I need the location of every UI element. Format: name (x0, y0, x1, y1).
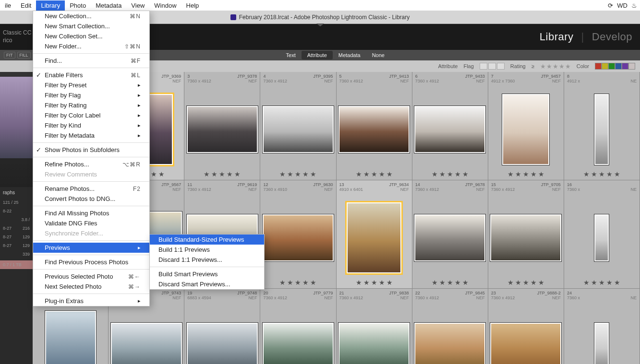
star-icon[interactable]: ★ (287, 170, 293, 178)
thumbnail-cell[interactable]: 20JTP_97797360 x 4912NEF★★★★★ (260, 289, 336, 364)
thumbnail-cell[interactable]: 22JTP_98457360 x 4912NEF★★★★★ (412, 289, 488, 364)
menu-item[interactable]: Previews▸ (33, 243, 149, 253)
star-icon[interactable]: ★ (591, 170, 597, 178)
wdc-icon[interactable]: WD (617, 2, 628, 9)
star-icon[interactable]: ★ (234, 170, 241, 178)
thumbnail-cell[interactable]: 13JTP_96344910 x 6401NEF★★★★★ (337, 180, 412, 289)
menu-item[interactable]: New Collection Set... (33, 31, 149, 41)
thumbnail-image[interactable] (338, 106, 410, 153)
color-swatch[interactable] (595, 63, 602, 70)
submenu-item[interactable]: Build Smart Previews (150, 269, 264, 279)
menu-item[interactable]: Filter by Metadata▸ (33, 130, 149, 141)
thumbnail-image[interactable] (347, 202, 401, 273)
thumbnail-cell[interactable]: 5JTP_94137360 x 4912NEF★★★★★ (337, 72, 412, 180)
filter-tab-none[interactable]: None (366, 51, 390, 59)
star-icon[interactable]: ★ (553, 63, 558, 70)
rating-stars[interactable]: ★ ★ ★ ★ ★ (540, 63, 571, 70)
folder-row[interactable]: 8-27129 (0, 241, 33, 250)
menu-item[interactable]: Find All Missing Photos (33, 208, 149, 218)
cell-rating[interactable]: ★★★★★ (337, 168, 412, 180)
star-icon[interactable]: ★ (356, 279, 362, 286)
thumbnail-cell[interactable]: 23JTP_9888-27360 x 4912NEF★★★★★ (488, 289, 564, 364)
star-icon[interactable]: ★ (386, 279, 393, 286)
star-icon[interactable]: ★ (515, 279, 521, 286)
module-develop[interactable]: Develop (592, 31, 632, 43)
cell-rating[interactable]: ★★★★★ (412, 277, 488, 288)
menubar-item-photo[interactable]: Photo (65, 0, 91, 11)
star-icon[interactable]: ★ (606, 279, 613, 286)
star-icon[interactable]: ★ (279, 279, 286, 286)
thumbnail-cell[interactable]: 15JTP_97057360 x 4912NEF★★★★★ (488, 180, 564, 289)
star-icon[interactable]: ★ (531, 170, 537, 178)
menu-item[interactable]: ✓Show Photos in Subfolders (33, 145, 149, 155)
star-icon[interactable]: ★ (211, 170, 217, 178)
star-icon[interactable]: ★ (371, 170, 377, 178)
cell-rating[interactable]: ★★★★★ (488, 277, 564, 288)
star-icon[interactable]: ★ (538, 170, 544, 178)
navigator-preview[interactable] (0, 72, 33, 187)
star-icon[interactable]: ★ (363, 170, 370, 178)
star-icon[interactable]: ★ (515, 170, 521, 178)
menu-item[interactable]: Convert Photos to DNG... (33, 194, 149, 204)
menu-item[interactable]: Next Selected Photo⌘→ (33, 282, 149, 292)
cell-rating[interactable]: ★★★★★ (337, 277, 412, 288)
menu-item[interactable]: Filter by Color Label▸ (33, 110, 149, 120)
submenu-item[interactable]: Build Standard-Sized Previews (150, 235, 264, 245)
submenu-item[interactable]: Build 1:1 Previews (150, 245, 264, 255)
menu-item[interactable]: Filter by Preset▸ (33, 80, 149, 90)
folder-row[interactable]: 339 (0, 250, 33, 258)
star-icon[interactable]: ★ (295, 279, 301, 286)
star-icon[interactable]: ★ (614, 170, 620, 178)
module-library[interactable]: Library (540, 31, 574, 43)
menubar-item-edit[interactable]: Edit (16, 0, 36, 11)
thumbnail-cell[interactable]: 4JTP_93957360 x 4912NEF★★★★★ (260, 72, 336, 180)
star-icon[interactable]: ★ (219, 170, 225, 178)
folder-row[interactable]: 8-27129 (0, 233, 33, 241)
thumbnail-cell[interactable]: 247360 xNE★★★★★ (564, 289, 640, 364)
star-icon[interactable]: ★ (310, 170, 316, 178)
menu-item[interactable]: Rename Photos...F2 (33, 184, 149, 194)
thumbnail-image[interactable] (594, 94, 609, 165)
star-icon[interactable]: ★ (279, 170, 286, 178)
menu-item[interactable]: Filter by Kind▸ (33, 120, 149, 130)
library-menu-dropdown[interactable]: New Collection...⌘NNew Smart Collection.… (33, 11, 150, 306)
submenu-item[interactable]: Discard 1:1 Previews... (150, 255, 264, 265)
star-icon[interactable]: ★ (371, 279, 377, 286)
star-icon[interactable]: ★ (540, 63, 546, 70)
star-icon[interactable]: ★ (565, 63, 571, 70)
star-icon[interactable]: ★ (227, 170, 233, 178)
thumbnail-image[interactable] (594, 214, 609, 261)
color-swatch[interactable] (602, 63, 608, 70)
thumbnail-image[interactable] (45, 311, 96, 364)
star-icon[interactable]: ★ (559, 63, 565, 70)
star-icon[interactable]: ★ (363, 279, 370, 286)
star-icon[interactable]: ★ (310, 279, 316, 286)
flag-filters[interactable] (480, 63, 505, 70)
star-icon[interactable]: ★ (295, 170, 301, 178)
star-icon[interactable]: ★ (287, 279, 293, 286)
star-icon[interactable]: ★ (204, 170, 210, 178)
star-icon[interactable]: ★ (507, 170, 514, 178)
menu-item[interactable]: New Smart Collection... (33, 21, 149, 31)
rating-op[interactable]: ≥ (531, 63, 534, 69)
thumbnail-image[interactable] (490, 214, 561, 261)
thumbnail-image[interactable] (414, 214, 485, 261)
star-icon[interactable]: ★ (507, 279, 514, 286)
thumbnail-image[interactable] (490, 323, 561, 364)
color-filters[interactable] (595, 63, 635, 70)
thumbnail-image[interactable] (187, 323, 258, 364)
menu-item[interactable]: Previous Selected Photo⌘← (33, 271, 149, 282)
star-icon[interactable]: ★ (583, 170, 590, 178)
star-icon[interactable]: ★ (462, 170, 469, 178)
cell-rating[interactable]: ★★★★★ (184, 168, 260, 180)
cell-rating[interactable]: ★★★★★ (564, 277, 640, 288)
cloud-sync-icon[interactable]: ⟳ (608, 2, 613, 9)
color-swatch[interactable] (628, 63, 635, 70)
star-icon[interactable]: ★ (462, 279, 469, 286)
thumbnail-image[interactable] (338, 323, 410, 364)
thumbnail-cell[interactable]: 167360 xNE★★★★★ (564, 180, 640, 289)
previews-submenu[interactable]: Build Standard-Sized PreviewsBuild 1:1 P… (149, 234, 265, 290)
star-icon[interactable]: ★ (447, 170, 453, 178)
menu-item[interactable]: Validate DNG Files (33, 218, 149, 228)
thumbnail-image[interactable] (263, 323, 334, 364)
